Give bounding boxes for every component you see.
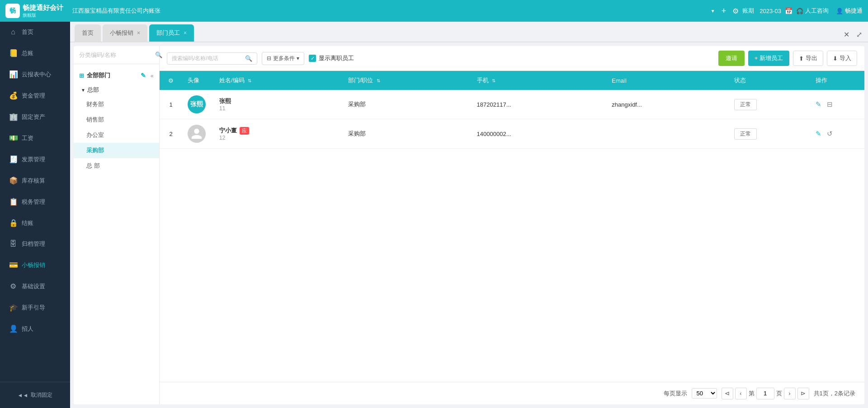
edit-icon[interactable]: ✎	[816, 100, 821, 108]
prev-page-btn[interactable]: ‹	[735, 388, 747, 399]
tab-expand-btn[interactable]: ⤢	[854, 29, 864, 40]
sidebar-item-archive[interactable]: 🗄 归档管理	[0, 234, 70, 254]
sidebar: ⌂ 首页 📒 总账 📊 云报表中心 💰 资金管理 🏢 固定资产 💵 工资 🧾 发…	[0, 22, 70, 408]
employee-name: 宁小亶	[219, 127, 237, 135]
tab-expense-close-icon[interactable]: ×	[137, 30, 140, 36]
sidebar-item-expense[interactable]: 💳 小畅报销	[0, 254, 70, 276]
cancel-fixed-btn[interactable]: ◄◄ 取消固定	[0, 387, 70, 403]
dept-node-office[interactable]: 办公室	[74, 127, 159, 143]
grid-icon: ⊞	[79, 72, 84, 79]
sidebar-item-inventory[interactable]: 📦 库存核算	[0, 170, 70, 191]
sidebar-item-home[interactable]: ⌂ 首页	[0, 22, 70, 42]
sidebar-item-label: 首页	[22, 28, 33, 36]
sidebar-item-close[interactable]: 🔒 结账	[0, 212, 70, 234]
edit-icon[interactable]: ✎	[816, 130, 821, 138]
tab-controls: ✕ ⤢	[841, 29, 868, 42]
tab-department-close-icon[interactable]: ×	[184, 30, 187, 36]
filter-more-btn[interactable]: ⊟ 更多条件 ▾	[262, 52, 304, 65]
col-dept-position[interactable]: 部门/职位 ⇅	[343, 71, 472, 90]
logout-icon[interactable]: ⊟	[827, 100, 833, 108]
sidebar-item-invoice[interactable]: 🧾 发票管理	[0, 149, 70, 170]
sidebar-item-guide[interactable]: 🎓 新手引导	[0, 297, 70, 318]
book-icon: 📒	[9, 49, 17, 57]
dept-parent-label: 总部	[87, 86, 99, 94]
close-book-icon: 🔒	[9, 219, 17, 227]
sidebar-item-fund[interactable]: 💰 资金管理	[0, 85, 70, 106]
sidebar-item-tax[interactable]: 📋 税务管理	[0, 191, 70, 212]
row-email: zhangxidf...	[606, 90, 729, 119]
sidebar-item-general-ledger[interactable]: 📒 总账	[0, 42, 70, 64]
employee-search-box: 🔍	[167, 52, 257, 65]
calendar-icon[interactable]: 📅	[785, 7, 793, 14]
employee-toolbar: 🔍 ⊟ 更多条件 ▾ ✓ 显示离职员工 邀请 + 新增员工	[160, 46, 864, 71]
per-page-select[interactable]: 50 20 100	[692, 388, 717, 399]
col-settings[interactable]: ⚙	[160, 71, 182, 90]
page-input[interactable]	[756, 388, 774, 399]
sort-icon-dept: ⇅	[377, 78, 380, 83]
logo: 畅 畅捷通好会计 旗舰版	[5, 4, 69, 19]
add-tab-btn[interactable]: +	[722, 6, 726, 16]
sidebar-item-salary[interactable]: 💵 工资	[0, 127, 70, 149]
first-page-btn[interactable]: ⊲	[722, 388, 733, 399]
row-status: 正常	[729, 119, 810, 149]
headset-icon: 🎧	[796, 8, 803, 14]
export-btn[interactable]: ⬆ 导出	[793, 51, 823, 66]
row-name-code: 张熙 11	[214, 90, 343, 119]
import-btn[interactable]: ⬇ 导入	[827, 51, 857, 66]
row-actions: ✎ ↺	[810, 119, 864, 149]
sidebar-item-reports[interactable]: 📊 云报表中心	[0, 64, 70, 85]
edit-dept-icon[interactable]: ✎	[141, 72, 146, 79]
col-name-code[interactable]: 姓名/编码 ⇅	[214, 71, 343, 90]
dept-node-label: 财务部	[86, 100, 104, 108]
row-dept: 采购部	[343, 119, 472, 149]
gear-icon: ⚙	[9, 282, 17, 291]
logo-text: 畅捷通好会计	[23, 4, 63, 12]
sidebar-item-staff[interactable]: 👤 招人	[0, 318, 70, 339]
row-avatar: 张熙	[182, 90, 214, 119]
row-index: 2	[160, 119, 182, 149]
tab-department[interactable]: 部门员工 ×	[149, 24, 194, 42]
sidebar-item-label: 发票管理	[22, 155, 45, 164]
row-name-code: 宁小亶 应 12	[214, 119, 343, 149]
dept-node-label: 采购部	[86, 146, 104, 155]
status-badge: 正常	[734, 99, 757, 110]
top-bar: 畅 畅捷通好会计 旗舰版 江西服宝精品有限责任公司内账张 ▼ + ⚙ 账期 20…	[0, 0, 868, 22]
dept-node-sales[interactable]: 销售部	[74, 112, 159, 127]
company-dropdown-icon[interactable]: ▼	[711, 9, 715, 14]
employee-search-input[interactable]	[172, 55, 242, 61]
collapse-icon[interactable]: «	[151, 72, 154, 79]
dept-search-box: 🔍	[74, 46, 159, 64]
settings-icon[interactable]: ⚙	[732, 7, 739, 15]
sidebar-item-label: 总账	[22, 49, 33, 57]
search-icon[interactable]: 🔍	[245, 55, 252, 62]
sidebar-item-settings[interactable]: ⚙ 基础设置	[0, 276, 70, 297]
sidebar-item-label: 税务管理	[22, 198, 45, 206]
tab-expense[interactable]: 小畅报销 ×	[103, 24, 147, 42]
col-phone[interactable]: 手机 ⇅	[472, 71, 607, 90]
dept-node-procurement[interactable]: 采购部	[74, 143, 159, 158]
delete-icon[interactable]: ↺	[827, 130, 833, 138]
sidebar-bottom: ◄◄ 取消固定	[0, 382, 70, 408]
next-page-btn[interactable]: ›	[784, 388, 796, 399]
dept-node-finance[interactable]: 财务部	[74, 97, 159, 112]
per-page-label: 每页显示	[664, 389, 687, 398]
dept-parent-headquarter[interactable]: ▼ 总部	[74, 83, 159, 97]
dept-search-input[interactable]	[79, 52, 155, 58]
show-resigned-toggle[interactable]: ✓ 显示离职员工	[309, 54, 354, 62]
user-btn[interactable]: 👤 畅捷通	[836, 7, 863, 15]
sort-icon-phone: ⇅	[492, 78, 495, 83]
dept-panel: 🔍 ⊞ 全部部门 ✎ « ▼ 总部 财	[74, 46, 160, 404]
service-btn[interactable]: 🎧 人工咨询	[796, 7, 829, 15]
last-page-btn[interactable]: ⊳	[797, 388, 809, 399]
invite-btn[interactable]: 邀请	[718, 51, 745, 66]
add-employee-btn[interactable]: + 新增员工	[748, 51, 789, 66]
dept-node-general[interactable]: 总 部	[74, 158, 159, 174]
tab-close-btn[interactable]: ✕	[841, 29, 852, 40]
sidebar-item-fixed-assets[interactable]: 🏢 固定资产	[0, 106, 70, 127]
tax-icon: 📋	[9, 197, 17, 206]
page-content: 🔍 ⊞ 全部部门 ✎ « ▼ 总部 财	[74, 46, 864, 404]
all-dept-header[interactable]: ⊞ 全部部门 ✎ «	[74, 68, 159, 83]
page-label: 第	[749, 389, 755, 398]
tab-home[interactable]: 首页	[75, 24, 101, 42]
employee-code: 12	[219, 135, 337, 141]
